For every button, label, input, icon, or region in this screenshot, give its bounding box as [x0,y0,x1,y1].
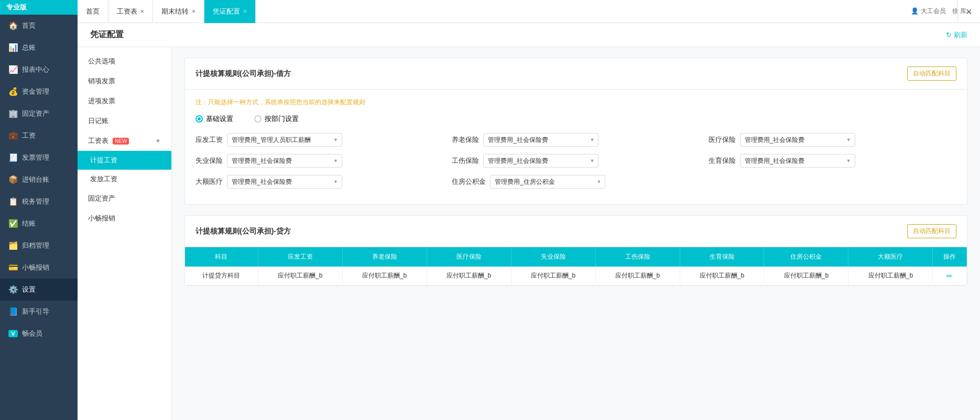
tax-icon: 📋 [8,197,18,206]
refresh-button[interactable]: ↻ 刷新 [946,30,967,40]
reports-icon: 📈 [8,65,18,74]
tab-voucher-config-label: 凭证配置 [213,7,240,16]
injury-select-wrapper: 管理费用_社会保险费 [483,154,598,168]
debit-notice: 注：只能选择一种方式，系统将按照您当前的选择来配置规则 [195,98,956,107]
sidebar-item-label: 归档管理 [22,241,49,250]
debit-field-housing: 住房公积金 管理费用_住房公积金 [452,175,700,189]
col-major-medical: 大额医疗 [848,247,933,267]
major-medical-select-wrapper: 管理费用_社会保险费 [227,175,342,189]
left-nav-item-label: 发放工资 [90,175,117,183]
left-nav-item-label: 销项发票 [88,76,115,86]
tab-salary-table-close[interactable]: × [140,8,144,15]
cell-medical: 应付职工薪酬_b [427,267,511,285]
main-content: 首页 工资表 × 期末结转 × 凭证配置 × 👤 大工会员 徐 库... ✕ 凭… [78,0,980,420]
tab-voucher-config[interactable]: 凭证配置 × [204,0,256,23]
credit-auto-match-button[interactable]: 自动匹配科目 [907,224,956,238]
expand-icon: ▼ [155,138,161,144]
debit-auto-match-button[interactable]: 自动匹配科目 [907,67,956,81]
credit-table-wrapper: 科目 应发工资 养老保险 医疗保险 失业保险 工伤保险 生育保险 住房公积金 大… [185,247,967,285]
tab-voucher-config-close[interactable]: × [243,8,247,15]
left-nav-item-input-invoice[interactable]: 进项发票 [78,91,171,111]
window-close-button[interactable]: ✕ [957,0,980,23]
radio-basic[interactable]: 基础设置 [195,114,233,124]
debit-field-salary: 应发工资 管理费用_管理人员职工薪酬 [195,133,443,147]
sidebar-item-xiaochang[interactable]: 💳 小畅报销 [0,257,78,279]
sidebar-item-ledger[interactable]: 📊 总账 [0,37,78,59]
cell-pension: 应付职工薪酬_b [342,267,427,285]
sidebar-item-label: 新手引导 [22,307,49,316]
salary-select[interactable]: 管理费用_管理人员职工薪酬 [227,133,342,147]
cell-unemployment: 应付职工薪酬_b [511,267,595,285]
radio-group: 基础设置 按部门设置 [195,114,956,124]
tab-salary-table[interactable]: 工资表 × [108,0,153,23]
tab-period-close-close[interactable]: × [192,8,195,15]
maternity-select[interactable]: 管理费用_社会保险费 [740,154,855,168]
page-title: 凭证配置 [90,29,124,40]
invoice-icon: 🧾 [8,153,18,162]
salary-select-wrapper: 管理费用_管理人员职工薪酬 [227,133,342,147]
col-subject: 科目 [185,247,258,267]
sidebar-item-label: 进销台账 [22,175,49,184]
sidebar-item-label: 首页 [22,21,36,30]
left-nav-item-red-invoice[interactable]: 销项发票 [78,71,171,91]
sidebar-item-assets[interactable]: 🏢 固定资产 [0,103,78,125]
sidebar-item-capital[interactable]: 💰 资金管理 [0,81,78,103]
left-nav-item-pay-salary[interactable]: 发放工资 [78,170,171,189]
tab-home[interactable]: 首页 [78,0,108,23]
unemployment-select[interactable]: 管理费用_社会保险费 [227,154,342,168]
medical-select-wrapper: 管理费用_社会保险费 [740,133,855,147]
sidebar-item-label: 报表中心 [22,65,49,74]
left-nav-item-journal[interactable]: 日记账 [78,111,171,131]
major-medical-select[interactable]: 管理费用_社会保险费 [227,175,342,189]
left-nav-item-public[interactable]: 公共选项 [78,51,171,71]
sidebar-item-label: 资金管理 [22,87,49,96]
sidebar-item-member[interactable]: V 畅会员 [0,323,78,345]
housing-select[interactable]: 管理费用_住房公积金 [490,175,605,189]
col-injury: 工伤保险 [595,247,680,267]
cell-housing: 应付职工薪酬_b [764,267,848,285]
radio-department-label: 按部门设置 [265,114,299,124]
user-info: 👤 大工会员 [911,7,945,16]
debit-section-header: 计提核算规则(公司承担)-借方 自动匹配科目 [185,58,967,90]
left-nav-item-fixed-assets[interactable]: 固定资产 [78,189,171,208]
sidebar-item-invoice[interactable]: 🧾 发票管理 [0,147,78,169]
sidebar-item-settings[interactable]: ⚙️ 设置 [0,279,78,301]
credit-table: 科目 应发工资 养老保险 医疗保险 失业保险 工伤保险 生育保险 住房公积金 大… [185,247,967,285]
debit-field-maternity: 生育保险 管理费用_社会保险费 [709,154,956,168]
sidebar-item-salary[interactable]: 💼 工资 [0,125,78,147]
radio-department[interactable]: 按部门设置 [254,114,299,124]
radio-basic-label: 基础设置 [206,114,233,124]
left-nav-item-xiaochang[interactable]: 小畅报销 [78,208,171,228]
sidebar-item-close[interactable]: ✅ 结账 [0,213,78,235]
medical-select[interactable]: 管理费用_社会保险费 [740,133,855,147]
debit-section-title: 计提核算规则(公司承担)-借方 [195,69,291,79]
left-nav-item-label: 日记账 [88,116,108,126]
debit-section: 计提核算规则(公司承担)-借方 自动匹配科目 注：只能选择一种方式，系统将按照您… [184,58,967,205]
assets-icon: 🏢 [8,109,18,118]
injury-label: 工伤保险 [452,156,479,165]
left-nav-item-salary-table[interactable]: 工资表 NEW ▼ [78,131,171,151]
left-nav-item-calc-salary[interactable]: 计提工资 [78,151,171,170]
injury-select[interactable]: 管理费用_社会保险费 [483,154,598,168]
sidebar-item-label: 发票管理 [22,153,49,162]
sidebar-item-label: 工资 [22,131,36,140]
sidebar-item-home[interactable]: 🏠 首页 [0,15,78,37]
sidebar-item-label: 总账 [22,43,36,52]
edit-row-button[interactable]: ✏ [946,272,953,280]
debit-form-row-2: 失业保险 管理费用_社会保险费 工伤保险 管理费用_社会 [195,154,956,168]
pension-select[interactable]: 管理费用_社会保险费 [483,133,598,147]
capital-icon: 💰 [8,87,18,96]
sidebar-item-guide[interactable]: 📘 新手引导 [0,301,78,323]
left-nav-item-label: 进项发票 [88,96,115,106]
credit-section-title: 计提核算规则(公司承担)-贷方 [195,227,291,236]
home-icon: 🏠 [8,21,18,30]
tab-salary-table-label: 工资表 [117,7,137,16]
sidebar-item-inventory[interactable]: 📦 进销台账 [0,169,78,191]
debit-form-row-3: 大额医疗 管理费用_社会保险费 住房公积金 管理费用_住 [195,175,956,189]
tab-period-close[interactable]: 期末结转 × [153,0,204,23]
radio-basic-circle [195,115,203,123]
sidebar-item-tax[interactable]: 📋 税务管理 [0,191,78,213]
sidebar-item-reports[interactable]: 📈 报表中心 [0,59,78,81]
tab-period-close-label: 期末结转 [161,7,189,16]
sidebar-item-archive[interactable]: 🗂️ 归档管理 [0,235,78,257]
